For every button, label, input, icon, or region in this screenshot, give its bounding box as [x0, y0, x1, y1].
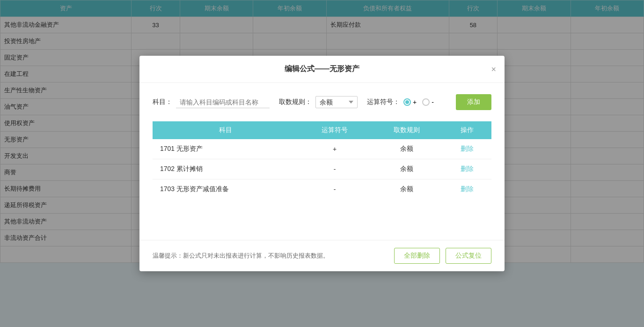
modal-overlay: 编辑公式——无形资产 × 科目： 取数规则： 余额 借方	[0, 0, 644, 327]
subject-label: 科目：	[153, 98, 172, 106]
table-row: 1701 无形资产+余额删除	[153, 139, 491, 159]
th-operator: 运算符号	[299, 121, 371, 139]
operator-cell: -	[299, 159, 371, 179]
edit-formula-modal: 编辑公式——无形资产 × 科目： 取数规则： 余额 借方	[139, 56, 505, 271]
footer-buttons: 全部删除 公式复位	[394, 248, 491, 264]
rule-cell: 余额	[371, 139, 443, 159]
operator-cell: -	[299, 179, 371, 200]
action-cell: 删除	[442, 159, 491, 179]
rule-group: 取数规则： 余额 借方 贷方 借方累计 贷方累计	[279, 96, 358, 108]
operator-minus-radio[interactable]: -	[422, 98, 434, 106]
subject-cell: 1701 无形资产	[153, 139, 299, 159]
modal-header: 编辑公式——无形资产 ×	[139, 56, 505, 83]
operator-radio-group: + -	[403, 98, 434, 106]
modal-footer: 温馨提示：新公式只对未出报表进行计算，不影响历史报表数据。 全部删除 公式复位	[139, 240, 505, 271]
formula-table: 科目 运算符号 取数规则 操作 1701 无形资产+余额删除1702 累计摊销-…	[153, 121, 491, 199]
modal-body: 科目： 取数规则： 余额 借方 贷方 借方累计 贷方累计	[139, 83, 505, 240]
operator-minus-label: -	[432, 98, 434, 106]
operator-label: 运算符号：	[367, 98, 400, 106]
action-cell: 删除	[442, 179, 491, 200]
table-row: 1702 累计摊销-余额删除	[153, 159, 491, 179]
formula-form-row: 科目： 取数规则： 余额 借方 贷方 借方累计 贷方累计	[153, 94, 491, 110]
table-header-row: 科目 运算符号 取数规则 操作	[153, 121, 491, 139]
add-button[interactable]: 添加	[456, 94, 491, 110]
rule-cell: 余额	[371, 179, 443, 200]
footer-hint: 温馨提示：新公式只对未出报表进行计算，不影响历史报表数据。	[153, 252, 329, 260]
subject-cell: 1702 累计摊销	[153, 159, 299, 179]
modal-close-button[interactable]: ×	[491, 65, 496, 74]
rule-cell: 余额	[371, 159, 443, 179]
operator-cell: +	[299, 139, 371, 159]
th-rule: 取数规则	[371, 121, 443, 139]
delete-row-button[interactable]: 删除	[461, 145, 474, 153]
subject-cell: 1703 无形资产减值准备	[153, 179, 299, 200]
radio-minus-circle	[422, 98, 430, 106]
th-action: 操作	[442, 121, 491, 139]
reset-formula-button[interactable]: 公式复位	[446, 248, 491, 264]
table-row: 1703 无形资产减值准备-余额删除	[153, 179, 491, 200]
subject-input[interactable]	[176, 97, 270, 108]
radio-plus-circle	[403, 98, 411, 106]
delete-all-button[interactable]: 全部删除	[394, 248, 440, 264]
operator-group: 运算符号： + -	[367, 98, 434, 106]
action-cell: 删除	[442, 139, 491, 159]
delete-row-button[interactable]: 删除	[461, 165, 474, 173]
delete-row-button[interactable]: 删除	[461, 185, 474, 193]
operator-plus-radio[interactable]: +	[403, 98, 417, 106]
rule-label: 取数规则：	[279, 98, 312, 106]
subject-group: 科目：	[153, 97, 270, 108]
operator-plus-label: +	[413, 98, 417, 106]
rule-select[interactable]: 余额 借方 贷方 借方累计 贷方累计	[315, 96, 358, 108]
th-subject: 科目	[153, 121, 299, 139]
rule-select-wrap: 余额 借方 贷方 借方累计 贷方累计	[315, 96, 358, 108]
modal-title: 编辑公式——无形资产	[285, 65, 359, 73]
